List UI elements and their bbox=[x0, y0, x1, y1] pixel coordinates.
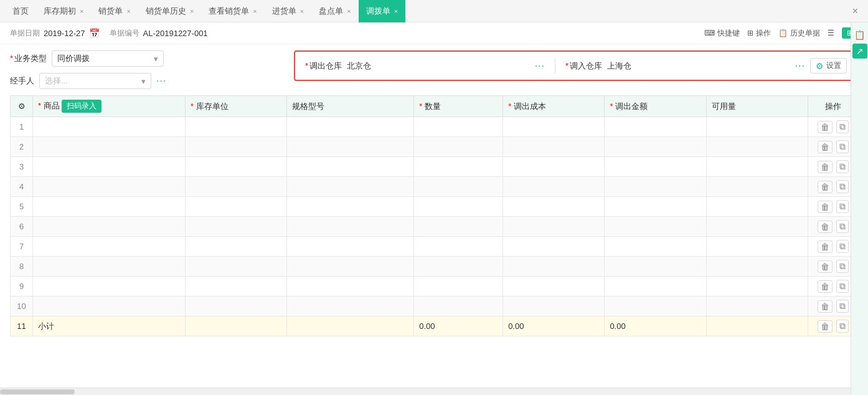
spec-cell[interactable] bbox=[287, 177, 414, 197]
amount-cell[interactable] bbox=[605, 237, 706, 257]
tab-view-sales[interactable]: 查看销货单 × bbox=[201, 0, 264, 22]
qty-cell[interactable] bbox=[414, 137, 503, 157]
handler-more-button[interactable]: ··· bbox=[156, 75, 166, 87]
amount-cell[interactable] bbox=[605, 137, 706, 157]
cost-cell[interactable] bbox=[503, 197, 605, 217]
copy-button[interactable]: ⧉ bbox=[836, 240, 849, 253]
copy-button[interactable]: ⧉ bbox=[836, 280, 849, 293]
tab-inventory-init[interactable]: 库存期初 × bbox=[36, 0, 91, 22]
shortcuts-button[interactable]: ⌨ 快捷键 bbox=[704, 28, 740, 39]
copy-button[interactable]: ⧉ bbox=[836, 120, 849, 133]
product-cell[interactable] bbox=[33, 217, 186, 237]
business-type-dropdown[interactable]: 同价调拨 ▾ bbox=[52, 50, 164, 67]
delete-button[interactable]: 🗑 bbox=[818, 280, 833, 293]
tab-close-icon[interactable]: × bbox=[347, 7, 351, 15]
copy-button[interactable]: ⧉ bbox=[836, 300, 849, 313]
product-cell[interactable] bbox=[33, 177, 186, 197]
tab-close-icon[interactable]: × bbox=[190, 7, 194, 15]
qty-cell[interactable] bbox=[414, 257, 503, 277]
tab-home[interactable]: 首页 bbox=[5, 0, 36, 22]
delete-button[interactable]: 🗑 bbox=[818, 201, 833, 213]
qty-cell[interactable] bbox=[414, 297, 503, 316]
delete-button[interactable]: 🗑 bbox=[818, 161, 833, 173]
delete-button[interactable]: 🗑 bbox=[818, 260, 833, 273]
cost-cell[interactable] bbox=[503, 157, 605, 177]
list-view-button[interactable]: ☰ bbox=[828, 29, 834, 37]
tab-close-icon[interactable]: × bbox=[80, 7, 83, 15]
product-cell[interactable] bbox=[33, 237, 186, 257]
product-cell[interactable] bbox=[33, 257, 186, 277]
qty-cell[interactable] bbox=[414, 197, 503, 217]
spec-cell[interactable] bbox=[287, 137, 414, 157]
delete-button[interactable]: 🗑 bbox=[818, 300, 833, 313]
delete-button[interactable]: 🗑 bbox=[818, 320, 833, 333]
qty-cell[interactable] bbox=[414, 237, 503, 257]
transfer-out-more-button[interactable]: ··· bbox=[535, 60, 545, 72]
operations-button[interactable]: ⊞ 操作 bbox=[747, 28, 771, 39]
cost-cell[interactable] bbox=[503, 277, 605, 297]
amount-cell[interactable] bbox=[605, 257, 706, 277]
spec-cell[interactable] bbox=[287, 117, 414, 137]
amount-cell[interactable] bbox=[605, 117, 706, 137]
amount-cell[interactable] bbox=[605, 177, 706, 197]
handler-dropdown[interactable]: 选择... ▾ bbox=[39, 73, 151, 89]
settings-button[interactable]: ⚙ 设置 bbox=[810, 58, 847, 74]
tab-close-icon[interactable]: × bbox=[253, 7, 257, 15]
cost-cell[interactable] bbox=[503, 257, 605, 277]
spec-cell[interactable] bbox=[287, 157, 414, 177]
copy-button[interactable]: ⧉ bbox=[836, 320, 849, 333]
spec-cell[interactable] bbox=[287, 217, 414, 237]
product-cell[interactable] bbox=[33, 277, 186, 297]
gear-col-header[interactable]: ⚙ bbox=[11, 96, 33, 117]
tab-close-icon[interactable]: × bbox=[300, 7, 304, 15]
spec-cell[interactable] bbox=[287, 237, 414, 257]
unit-cell[interactable] bbox=[185, 237, 286, 257]
cost-cell[interactable] bbox=[503, 237, 605, 257]
qty-cell[interactable] bbox=[414, 157, 503, 177]
copy-button[interactable]: ⧉ bbox=[836, 180, 849, 193]
product-cell[interactable] bbox=[33, 297, 186, 316]
amount-cell[interactable] bbox=[605, 157, 706, 177]
history-button[interactable]: 📋 历史单据 bbox=[778, 28, 820, 39]
unit-cell[interactable] bbox=[185, 157, 286, 177]
cost-cell[interactable] bbox=[503, 117, 605, 137]
delete-button[interactable]: 🗑 bbox=[818, 121, 833, 133]
delete-button[interactable]: 🗑 bbox=[818, 240, 833, 253]
sidebar-expand-icon[interactable]: ↗ bbox=[852, 44, 867, 59]
tab-close-icon[interactable]: × bbox=[394, 7, 398, 15]
unit-cell[interactable] bbox=[185, 297, 286, 316]
qty-cell[interactable] bbox=[414, 217, 503, 237]
delete-button[interactable]: 🗑 bbox=[818, 221, 833, 233]
unit-cell[interactable] bbox=[185, 137, 286, 157]
unit-cell[interactable] bbox=[185, 217, 286, 237]
unit-cell[interactable] bbox=[185, 277, 286, 297]
spec-cell[interactable] bbox=[287, 197, 414, 217]
amount-cell[interactable] bbox=[605, 277, 706, 297]
unit-cell[interactable] bbox=[185, 257, 286, 277]
cost-cell[interactable] bbox=[503, 137, 605, 157]
calendar-icon[interactable]: 📅 bbox=[89, 28, 100, 38]
spec-cell[interactable] bbox=[287, 257, 414, 277]
tab-stocktaking[interactable]: 盘点单 × bbox=[311, 0, 358, 22]
copy-button[interactable]: ⧉ bbox=[836, 200, 849, 213]
product-cell[interactable] bbox=[33, 117, 186, 137]
window-close-button[interactable]: × bbox=[847, 6, 863, 17]
product-cell[interactable] bbox=[33, 157, 186, 177]
unit-cell[interactable] bbox=[185, 177, 286, 197]
tab-close-icon[interactable]: × bbox=[126, 7, 130, 15]
spec-cell[interactable] bbox=[287, 297, 414, 316]
qty-cell[interactable] bbox=[414, 177, 503, 197]
tab-purchase-order[interactable]: 进货单 × bbox=[265, 0, 311, 22]
copy-button[interactable]: ⧉ bbox=[836, 220, 849, 233]
amount-cell[interactable] bbox=[605, 217, 706, 237]
cost-cell[interactable] bbox=[503, 297, 605, 316]
qty-cell[interactable] bbox=[414, 277, 503, 297]
transfer-in-more-button[interactable]: ··· bbox=[795, 60, 805, 72]
unit-cell[interactable] bbox=[185, 197, 286, 217]
spec-cell[interactable] bbox=[287, 277, 414, 297]
product-cell[interactable] bbox=[33, 197, 186, 217]
cost-cell[interactable] bbox=[503, 217, 605, 237]
delete-button[interactable]: 🗑 bbox=[818, 181, 833, 193]
cost-cell[interactable] bbox=[503, 177, 605, 197]
tab-sales-order[interactable]: 销货单 × bbox=[91, 0, 138, 22]
